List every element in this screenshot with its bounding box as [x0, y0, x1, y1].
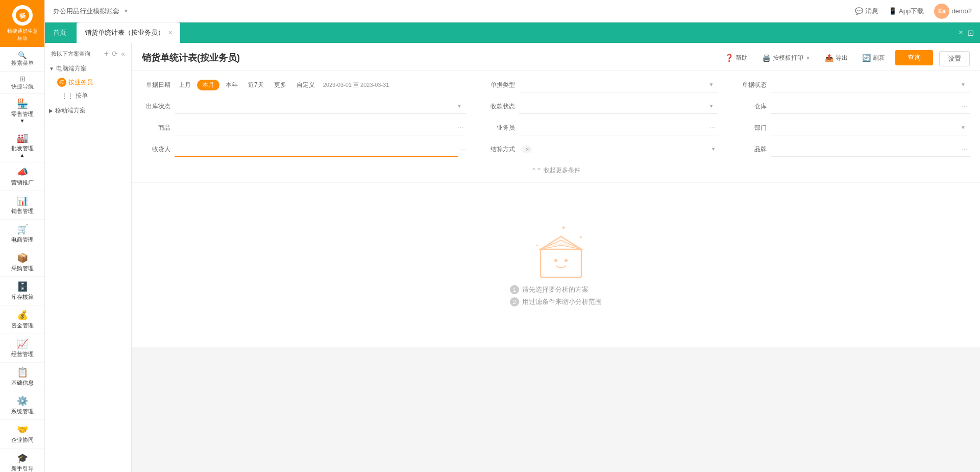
sidebar-item-ecommerce[interactable]: 🛒 电商管理 [0, 220, 44, 248]
sidebar-item-purchase[interactable]: 📦 采购管理 [0, 248, 44, 277]
filter-section: 单据日期 上月 本月 本年 近7天 更多 自定义 2023-03-01 至 20… [132, 71, 980, 182]
settlement-arrow[interactable]: ▼ [711, 146, 716, 152]
print-dropdown[interactable]: ▼ [805, 55, 811, 61]
scheme-group-desktop-header[interactable]: ▼ 电脑端方案 [45, 62, 131, 75]
window-close-icon[interactable]: × [959, 28, 963, 37]
sidebar-item-retail[interactable]: 🏪 零售管理 ▼ [0, 94, 44, 128]
sidebar-item-wholesale-label: 批发管理 [11, 145, 34, 152]
quick-nav[interactable]: ⊞ 快捷导航 [0, 72, 44, 94]
refresh-scheme-btn[interactable]: ⟳ [112, 50, 118, 58]
scheme-item-salesperson[interactable]: 按 按业务员 [45, 75, 131, 89]
scheme-group-mobile-label: 移动端方案 [55, 106, 86, 115]
sidebar-item-newbie-label: 新手引导 [11, 465, 34, 472]
date-btn-7days[interactable]: 近7天 [244, 79, 268, 91]
warehouse-label: 仓库 [738, 102, 767, 111]
department-select[interactable]: ▼ [771, 120, 970, 135]
print-btn[interactable]: 🖨️ 按模板打印 ▼ [758, 52, 815, 64]
settlement-tag-close-btn[interactable]: × [526, 146, 529, 152]
date-btn-thismonth[interactable]: 本月 [197, 80, 219, 90]
bill-status-label: 单据状态 [738, 81, 767, 89]
sidebar-item-finance-label: 资金管理 [11, 322, 34, 329]
svg-text:✦: ✦ [561, 224, 566, 231]
logo-subtext: 标版 [17, 35, 28, 42]
user-menu[interactable]: Ea demo2 [934, 4, 972, 19]
warehouse-input[interactable]: ··· [771, 99, 970, 114]
sidebar-item-stock[interactable]: 🗄️ 库存核算 [0, 277, 44, 305]
goods-input[interactable]: ··· [175, 120, 466, 135]
empty-illustration: ✦ ✦ ✦ [530, 224, 581, 275]
sales-icon: 📊 [17, 195, 28, 206]
collection-status-label: 收款状态 [486, 102, 515, 111]
message-btn[interactable]: 💬 消息 [855, 7, 878, 16]
right-panel: 销货单统计表(按业务员) ❓ 帮助 🖨️ 按模板打印 ▼ 📤 导出 [132, 43, 980, 472]
left-panel-actions: + ⟳ « [104, 49, 125, 58]
tab-close-btn[interactable]: × [168, 29, 172, 36]
warehouse-field: 仓库 ··· [738, 99, 970, 114]
consignee-dots[interactable]: ··· [460, 145, 466, 153]
sidebar-item-newbie[interactable]: 🎓 新手引导 [0, 449, 44, 472]
scheme-group-mobile[interactable]: ▶ 移动端方案 [45, 104, 131, 117]
date-btn-lastmonth[interactable]: 上月 [175, 79, 195, 91]
scheme-group-desktop: ▼ 电脑端方案 按 按业务员 ⋮⋮ 按单 [45, 62, 131, 104]
sidebar-item-finance[interactable]: 💰 资金管理 [0, 305, 44, 334]
date-btn-thisyear[interactable]: 本年 [222, 79, 242, 91]
sidebar-item-enterprise-label: 企业协同 [11, 436, 34, 444]
sidebar-item-basic[interactable]: 📋 基础信息 [0, 363, 44, 391]
export-btn[interactable]: 📤 导出 [821, 52, 852, 64]
sidebar-item-system[interactable]: ⚙️ 系统管理 [0, 391, 44, 420]
department-label: 部门 [738, 124, 767, 132]
quick-nav-label: 快捷导航 [11, 83, 34, 90]
filter-row-1: 单据日期 上月 本月 本年 近7天 更多 自定义 2023-03-01 至 20… [142, 77, 970, 92]
sidebar: 畅 畅捷通好生意 标版 🔍 搜索菜单 ⊞ 快捷导航 🏪 零售管理 ▼ 🏭 批发管… [0, 0, 45, 472]
filter-row-4: 收货人 ··· 结算方式 × ▼ [142, 141, 970, 157]
export-icon: 📤 [825, 54, 834, 62]
bill-status-select[interactable]: ▼ [771, 77, 970, 92]
tab-active[interactable]: 销货单统计表（按业务员） × [77, 22, 180, 43]
stock-status-field: 出库状态 ▼ [142, 99, 466, 114]
date-btn-custom[interactable]: 自定义 [292, 79, 319, 91]
scheme-sub-icon: ⋮⋮ [61, 92, 74, 100]
page-title: 销货单统计表(按业务员) [142, 52, 240, 64]
collection-status-select[interactable]: ▼ [519, 99, 718, 114]
sidebar-item-wholesale[interactable]: 🏭 批发管理 ▲ [0, 128, 44, 162]
sidebar-item-enterprise[interactable]: 🤝 企业协同 [0, 420, 44, 449]
logo-text: 畅捷通好生意 [5, 28, 40, 35]
stock-status-select[interactable]: ▼ [175, 99, 466, 114]
message-icon: 💬 [855, 7, 863, 15]
sidebar-item-marketing[interactable]: 📣 营销推广 [0, 162, 44, 191]
tab-home[interactable]: 首页 [45, 22, 75, 43]
bill-type-select[interactable]: ▼ [519, 77, 718, 92]
sidebar-item-ops[interactable]: 📈 经营管理 [0, 334, 44, 363]
svg-text:畅: 畅 [19, 12, 26, 19]
salesperson-input[interactable]: ··· [519, 120, 718, 135]
scheme-sub-item-order[interactable]: ⋮⋮ 按单 [45, 89, 131, 102]
topbar-right: 💬 消息 📱 App下载 Ea demo2 [855, 4, 972, 19]
salesperson-label: 业务员 [486, 124, 515, 132]
query-button[interactable]: 查询 [895, 50, 933, 65]
app-download-btn[interactable]: 📱 App下载 [889, 7, 924, 16]
date-range-text: 2023-03-01 至 2023-03-31 [323, 81, 389, 89]
refresh-btn[interactable]: 🔄 刷新 [858, 52, 889, 64]
refresh-icon: 🔄 [862, 54, 871, 62]
window-max-icon[interactable]: ⊡ [967, 28, 974, 38]
settings-button[interactable]: 设置 [939, 51, 970, 66]
sidebar-item-sales[interactable]: 📊 销售管理 [0, 191, 44, 220]
app-download-label: App下载 [899, 7, 924, 16]
enterprise-icon: 🤝 [17, 424, 28, 435]
hint-item-2: 2 用过滤条件来缩小分析范围 [510, 297, 602, 306]
company-dropdown-arrow[interactable]: ▼ [124, 8, 129, 14]
collapse-panel-btn[interactable]: « [121, 50, 125, 58]
scheme-item-salesperson-label: 按业务员 [68, 78, 93, 87]
collapse-more-btn[interactable]: ⌃⌃ 收起更多条件 [142, 163, 970, 176]
add-scheme-btn[interactable]: + [104, 49, 109, 58]
settlement-field: 结算方式 × ▼ [486, 145, 718, 154]
consignee-input[interactable] [175, 141, 458, 157]
help-btn[interactable]: ❓ 帮助 [721, 52, 752, 64]
date-btn-more[interactable]: 更多 [270, 79, 290, 91]
left-panel: 按以下方案查询 + ⟳ « ▼ 电脑端方案 按 按业务员 ⋮⋮ [45, 43, 132, 472]
sidebar-item-basic-label: 基础信息 [11, 379, 34, 387]
date-filter-group: 上月 本月 本年 近7天 更多 自定义 2023-03-01 至 2023-03… [175, 79, 466, 91]
scheme-sub-item-order-label: 按单 [76, 91, 88, 100]
search-menu[interactable]: 🔍 搜索菜单 [0, 47, 44, 72]
brand-input[interactable]: ··· [771, 141, 970, 157]
